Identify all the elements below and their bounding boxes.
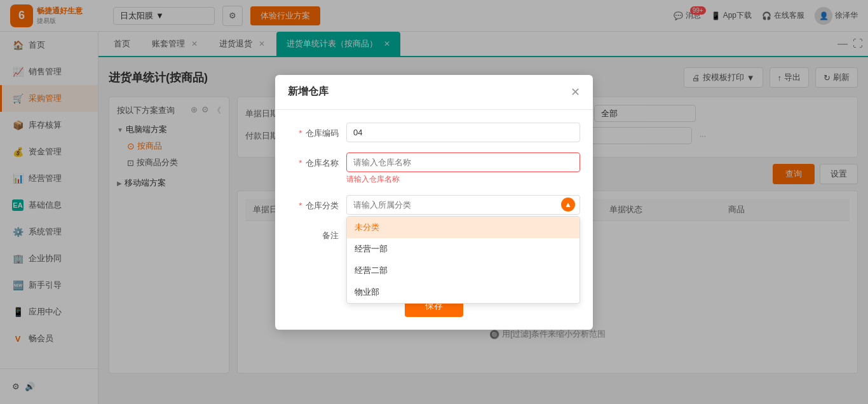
name-label: * 仓库名称 <box>288 152 339 169</box>
name-input[interactable] <box>346 152 580 172</box>
code-input[interactable] <box>346 123 580 142</box>
category-select-wrapper: ▲ <box>346 195 580 215</box>
name-error-msg: 请输入仓库名称 <box>346 174 580 185</box>
code-field <box>346 123 580 142</box>
form-row-name: * 仓库名称 请输入仓库名称 <box>288 152 580 185</box>
category-dropdown: 未分类 经营一部 经营二部 物业部 <box>346 216 580 304</box>
modal-body: * 仓库编码 * 仓库名称 请输入仓库名称 <box>275 110 593 288</box>
new-warehouse-modal: 新增仓库 ✕ * 仓库编码 * 仓库名称 <box>275 75 593 330</box>
category-toggle-btn[interactable]: ▲ <box>561 198 575 212</box>
category-field: ▲ 未分类 经营一部 经营二部 物业部 <box>346 195 580 215</box>
code-label: * 仓库编码 <box>288 123 339 139</box>
modal-overlay: 新增仓库 ✕ * 仓库编码 * 仓库名称 <box>0 0 868 404</box>
category-label: * 仓库分类 <box>288 195 339 212</box>
form-row-category: * 仓库分类 ▲ 未分类 经营一部 经营二部 物业部 <box>288 195 580 215</box>
dropdown-item-dept2[interactable]: 经营二部 <box>347 260 580 281</box>
modal-close-button[interactable]: ✕ <box>571 85 580 99</box>
dropdown-item-dept1[interactable]: 经营一部 <box>347 238 580 260</box>
category-input[interactable] <box>346 195 580 215</box>
name-field: 请输入仓库名称 <box>346 152 580 185</box>
dropdown-item-uncategorized[interactable]: 未分类 <box>347 217 580 238</box>
note-label: 备注 <box>288 225 339 241</box>
dropdown-item-property[interactable]: 物业部 <box>347 281 580 303</box>
form-row-code: * 仓库编码 <box>288 123 580 142</box>
modal-title: 新增仓库 <box>288 85 329 98</box>
modal-header: 新增仓库 ✕ <box>275 75 593 110</box>
